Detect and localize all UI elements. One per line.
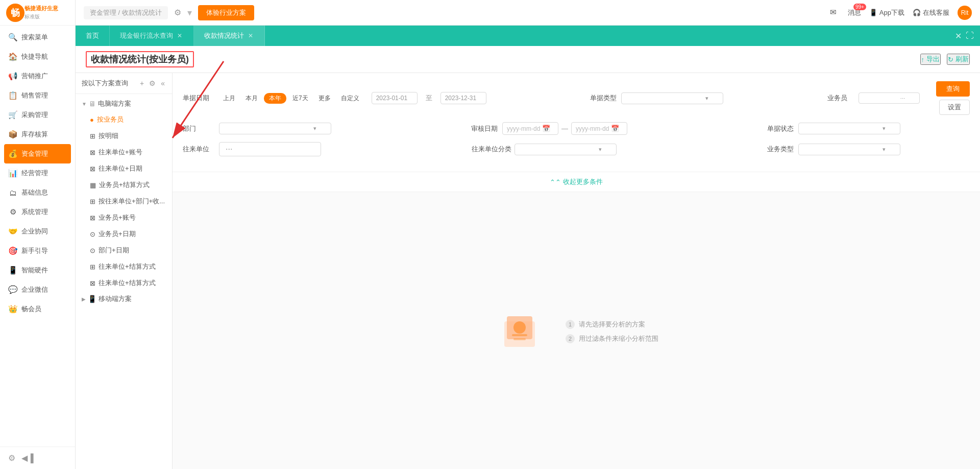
sidebar-item-marketing[interactable]: 📢 营销推广 [0,66,75,86]
shortcut-this-year[interactable]: 本年 [264,93,286,104]
tabbar-close-btn[interactable]: ✕ [955,31,962,41]
scheme-item-salesperson-account[interactable]: ⊠ 业务员+账号 [76,209,172,226]
sidebar-item-hardware[interactable]: 📱 智能硬件 [0,261,75,280]
export-button[interactable]: ↑ 导出 [920,54,941,65]
topbar-dropdown-icon[interactable]: ▾ [187,7,192,18]
message-icon-area[interactable]: ✉ 99+ 消息 [830,8,861,17]
logo-icon: 畅 [6,4,24,22]
sidebar-item-purchase[interactable]: 🛒 采购管理 [0,105,75,125]
doc-type-select[interactable]: ▾ [621,92,723,104]
sidebar-item-wechat[interactable]: 💬 企业微信 [0,280,75,299]
audit-date-from[interactable]: yyyy-mm-dd 📅 [502,122,558,135]
partner-input[interactable]: ··· [219,142,321,156]
audit-from-placeholder: yyyy-mm-dd [507,125,540,132]
collapse-sidebar-icon[interactable]: ◀▐ [21,453,33,463]
scheme-item-by-salesperson[interactable]: ● 按业务员 [76,111,172,128]
shortcut-last-month[interactable]: 上月 [219,93,239,104]
marketing-icon: 📢 [8,72,17,81]
scheme-item-partner-settle1[interactable]: ⊞ 往来单位+结算方式 [76,259,172,275]
sidebar-bottom: ⚙ ◀▐ [0,447,75,469]
scheme-group-pc-title[interactable]: ▼ 🖥 电脑端方案 [76,96,172,111]
collection-tab-close[interactable]: ✕ [247,31,254,40]
message-badge: 99+ [853,4,866,10]
tab-home[interactable]: 首页 [76,26,110,46]
scheme-item-partner-date[interactable]: ⊠ 往来单位+日期 [76,160,172,177]
sidebar-item-label: 新手引导 [21,246,48,255]
biz-type-select[interactable]: ▾ [798,144,900,155]
filter-panel: 单据日期 上月 本月 本年 近7天 更多 自定义 2023-01-01 至 20… [173,73,980,469]
tip-num-1: 1 [566,320,575,329]
sidebar-item-label: 经营管理 [21,169,48,178]
tabbar: 首页 现金银行流水查询 ✕ 收款情况统计 ✕ ✕ ⛶ [76,26,980,46]
scheme-item-by-detail[interactable]: ⊞ 按明细 [76,128,172,144]
service-icon: 🎧 [913,9,921,16]
scheme-collapse-icon[interactable]: « [160,78,166,88]
shortcut-this-month[interactable]: 本月 [241,93,262,104]
sidebar-nav: 🔍 搜索菜单 🏠 快捷导航 📢 营销推广 📋 销售管理 🛒 采购管理 📦 库存核… [0,26,75,447]
scheme-group-mobile-title[interactable]: ▶ 📱 移动端方案 [76,291,172,307]
salesperson-select[interactable]: ··· [859,92,920,104]
sidebar-item-basic[interactable]: 🗂 基础信息 [0,183,75,202]
scheme-item-partner-dept[interactable]: ⊞ 按往来单位+部门+收... [76,193,172,209]
topbar-settings-icon[interactable]: ⚙ [174,8,181,17]
sidebar-item-inventory[interactable]: 📦 库存核算 [0,125,75,144]
collection-tab-label: 收款情况统计 [204,31,244,40]
sidebar-item-label: 基础信息 [21,188,48,197]
sidebar-item-collab[interactable]: 🤝 企业协同 [0,222,75,241]
trial-industry-button[interactable]: 体验行业方案 [198,5,254,20]
dept-select[interactable]: ▾ [219,123,331,134]
refresh-button[interactable]: ↻ 刷新 [947,54,970,65]
sidebar-item-member[interactable]: 👑 畅会员 [0,299,75,319]
tab-bank-flow[interactable]: 现金银行流水查询 ✕ [110,26,194,46]
app-download-label: App下载 [879,8,904,17]
scheme-add-icon[interactable]: + [139,78,145,88]
sidebar-item-guide[interactable]: 🎯 新手引导 [0,241,75,261]
shortcut-7days[interactable]: 近7天 [288,93,312,104]
doc-status-select[interactable]: ▾ [798,123,900,134]
message-icon: ✉ [830,8,837,16]
tab-collection[interactable]: 收款情况统计 ✕ [194,26,265,46]
scheme-item-salesperson-settle[interactable]: ▦ 业务员+结算方式 [76,177,172,193]
scheme-settings-icon[interactable]: ⚙ [148,78,157,88]
export-label: 导出 [926,55,940,64]
partner-settle2-icon: ⊠ [90,279,95,287]
salesperson-settle-icon: ▦ [90,181,96,189]
settings-bottom-icon[interactable]: ⚙ [8,453,15,463]
online-service-btn[interactable]: 🎧 在线客服 [913,8,949,17]
home-icon: 🏠 [8,52,17,61]
collapse-bar[interactable]: ⌃⌃ 收起更多条件 [173,172,980,192]
svg-rect-4 [513,338,526,340]
partner-settle1-icon: ⊞ [90,263,95,271]
partner-more-icon[interactable]: ··· [226,145,232,154]
sidebar-item-label: 营销推广 [21,72,48,81]
settings-button[interactable]: 设置 [939,100,970,115]
date-from-input[interactable]: 2023-01-01 [372,92,418,104]
shortcut-more[interactable]: 更多 [314,93,335,104]
tabbar-expand-btn[interactable]: ⛶ [966,31,974,40]
scheme-item-label: 部门+日期 [99,246,129,255]
partner-category-select[interactable]: ▾ [514,144,617,155]
scheme-item-partner-settle2[interactable]: ⊠ 往来单位+结算方式 [76,275,172,291]
sidebar-item-search[interactable]: 🔍 搜索菜单 [0,28,75,47]
shortcut-custom[interactable]: 自定义 [337,93,363,104]
page-header: 收款情况统计(按业务员) ↑ 导出 ↻ 刷新 [76,46,980,73]
user-avatar[interactable]: Rit [958,6,972,20]
date-to-input[interactable]: 2023-12-31 [440,92,486,104]
date-label: 单据日期 [183,93,211,103]
query-button[interactable]: 查询 [936,81,970,97]
empty-state: 1 请先选择要分析的方案 2 用过滤条件来缩小分析范围 [173,192,980,469]
audit-date-to[interactable]: yyyy-mm-dd 📅 [571,122,627,135]
scheme-item-dept-date[interactable]: ⊙ 部门+日期 [76,242,172,259]
sidebar-item-operation[interactable]: 📊 经营管理 [0,163,75,183]
app-download-btn[interactable]: 📱 App下载 [869,8,904,17]
svg-point-2 [513,321,526,334]
sidebar-item-system[interactable]: ⚙ 系统管理 [0,202,75,222]
sidebar-item-finance[interactable]: 💰 资金管理 [4,144,71,163]
scheme-item-salesperson-date[interactable]: ⊙ 业务员+日期 [76,226,172,242]
sidebar-item-quicknav[interactable]: 🏠 快捷导航 [0,47,75,66]
scheme-item-partner-account[interactable]: ⊠ 往来单位+账号 [76,144,172,160]
sidebar-item-sales[interactable]: 📋 销售管理 [0,86,75,105]
sidebar: 畅 畅捷通好生意 标准版 🔍 搜索菜单 🏠 快捷导航 📢 营销推广 📋 销售管理… [0,0,76,469]
bank-flow-tab-close[interactable]: ✕ [176,31,183,40]
tip-text-1: 请先选择要分析的方案 [579,320,645,329]
